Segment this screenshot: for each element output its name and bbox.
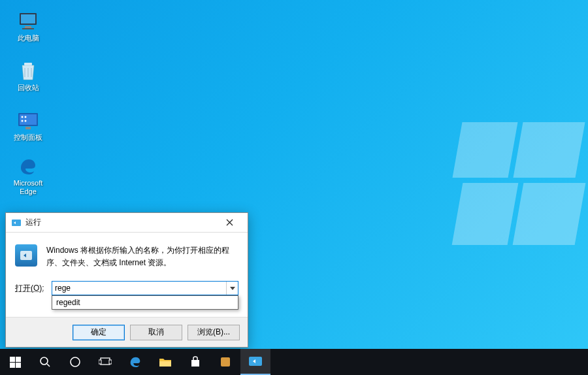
desktop-icon-label: 控制面板: [14, 133, 42, 142]
desktop-icons: 此电脑 回收站 控制面板 Microsoft Edge: [5, 0, 51, 199]
svg-rect-11: [25, 127, 31, 129]
svg-point-7: [22, 116, 24, 118]
svg-point-9: [22, 120, 24, 122]
close-button[interactable]: [216, 215, 242, 231]
svg-rect-4: [24, 63, 32, 65]
cancel-button[interactable]: 取消: [130, 325, 182, 340]
cortana-button[interactable]: [60, 349, 90, 375]
control-panel-icon: [17, 110, 39, 132]
desktop-icon-label: Microsoft Edge: [5, 179, 51, 196]
run-dialog-icon: [15, 244, 37, 267]
start-icon: [10, 357, 21, 368]
run-open-combobox[interactable]: regedit: [52, 281, 238, 295]
svg-rect-15: [16, 357, 21, 362]
svg-rect-16: [10, 363, 15, 368]
svg-point-8: [25, 116, 27, 118]
svg-point-19: [71, 357, 80, 367]
folder-icon: [159, 357, 172, 367]
svg-rect-22: [109, 360, 112, 364]
svg-rect-20: [101, 358, 110, 365]
app1-taskbar-button[interactable]: [210, 349, 240, 375]
task-view-button[interactable]: [90, 349, 120, 375]
svg-rect-2: [25, 26, 31, 28]
run-dialog-title: 运行: [25, 217, 216, 228]
ok-button[interactable]: 确定: [73, 325, 125, 340]
run-open-input[interactable]: [52, 282, 226, 295]
taskview-icon: [99, 357, 112, 367]
run-taskbar-button[interactable]: [240, 349, 270, 375]
app-icon: [220, 356, 231, 368]
svg-rect-21: [99, 360, 101, 364]
run-open-dropdown-button[interactable]: [226, 282, 238, 295]
search-button[interactable]: [30, 349, 60, 375]
run-dialog-body: Windows 将根据你所输入的名称，为你打开相应的程序、文件夹、文档或 Int…: [6, 233, 248, 317]
svg-point-10: [25, 120, 27, 122]
chevron-down-icon: [230, 287, 235, 290]
desktop-icon-edge[interactable]: Microsoft Edge: [5, 153, 51, 199]
desktop-icon-label: 回收站: [18, 84, 39, 92]
run-dialog-buttons: 确定 取消 浏览(B)...: [6, 317, 248, 347]
svg-point-18: [41, 357, 48, 365]
svg-rect-12: [12, 220, 21, 226]
run-dialog-description: Windows 将根据你所输入的名称，为你打开相应的程序、文件夹、文档或 Int…: [46, 244, 238, 269]
browse-button[interactable]: 浏览(B)...: [188, 325, 240, 340]
recycle-bin-icon: [17, 60, 39, 82]
svg-rect-14: [10, 357, 15, 362]
wallpaper-windows-logo: [457, 122, 588, 253]
explorer-taskbar-button[interactable]: [150, 349, 180, 375]
edge-taskbar-icon: [129, 355, 142, 368]
svg-rect-3: [22, 28, 34, 29]
store-taskbar-button[interactable]: [180, 349, 210, 375]
desktop-icon-recycle-bin[interactable]: 回收站: [5, 54, 51, 99]
svg-rect-24: [221, 357, 230, 367]
edge-icon: [17, 155, 39, 178]
svg-rect-17: [16, 363, 21, 368]
run-dialog-title-icon: [11, 218, 22, 228]
svg-rect-6: [20, 114, 37, 125]
desktop-icon-control-panel[interactable]: 控制面板: [5, 103, 51, 149]
run-taskbar-icon: [248, 356, 263, 367]
run-open-label: 打开(O):: [15, 283, 52, 294]
search-icon: [39, 356, 51, 368]
this-pc-icon: [17, 10, 39, 33]
start-button[interactable]: [0, 349, 30, 375]
desktop-icon-label: 此电脑: [18, 34, 39, 42]
svg-rect-1: [21, 14, 35, 24]
edge-taskbar-button[interactable]: [120, 349, 150, 375]
run-dialog: 运行 Windows 将根据你所输入的名称，为你打开相应的程序、文件夹、文档或 …: [5, 212, 248, 348]
svg-rect-23: [159, 361, 171, 367]
run-autocomplete-popup: regedit: [52, 295, 238, 310]
run-autocomplete-item[interactable]: regedit: [52, 296, 238, 309]
store-icon: [189, 356, 201, 368]
taskbar: [0, 349, 588, 375]
cortana-icon: [69, 356, 81, 368]
close-icon: [226, 219, 233, 226]
run-dialog-titlebar[interactable]: 运行: [6, 213, 248, 233]
desktop-icon-this-pc[interactable]: 此电脑: [5, 4, 51, 50]
